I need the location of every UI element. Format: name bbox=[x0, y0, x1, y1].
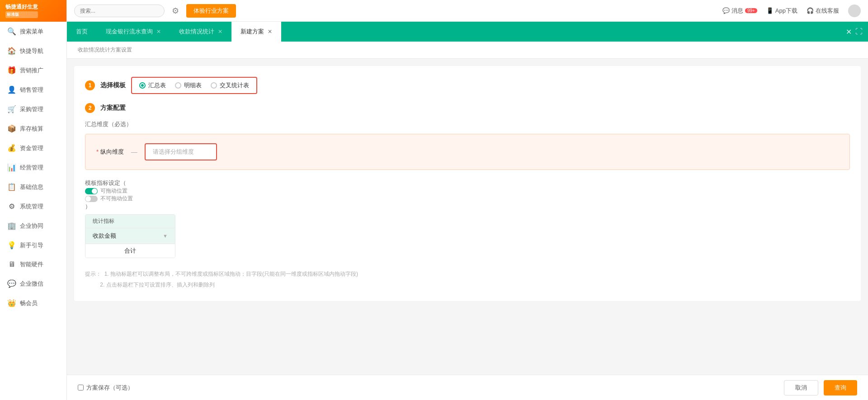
indicator-settings-header: 模板指标设定（ 可拖动位置 不可拖动位置 ） bbox=[85, 179, 850, 211]
radio-detail-dot bbox=[175, 82, 181, 89]
user-icon: 👤 bbox=[7, 85, 16, 94]
download-btn[interactable]: 📱 App下载 bbox=[766, 7, 797, 15]
tab-payment-stats-label: 收款情况统计 bbox=[179, 28, 214, 36]
indicator-amount-label: 收款金额 bbox=[93, 232, 116, 240]
tab-new-plan-label: 新建方案 bbox=[241, 28, 264, 36]
indicator-table: 统计指标 收款金额 ▼ 合计 bbox=[85, 214, 175, 258]
cancel-button[interactable]: 取消 bbox=[784, 380, 818, 395]
dimension-select[interactable]: 请选择分组维度 bbox=[145, 143, 217, 160]
tab-payment-stats[interactable]: 收款情况统计 ✕ bbox=[170, 22, 231, 42]
sidebar-item-label: 智能硬件 bbox=[20, 260, 43, 268]
draggable-label: 可拖动位置 bbox=[100, 187, 127, 195]
form-panel: 1 选择模板 汇总表 明细表 交叉统计表 bbox=[74, 66, 861, 301]
radio-summary[interactable]: 汇总表 bbox=[139, 81, 166, 89]
sidebar-item-label: 企业微信 bbox=[20, 280, 43, 288]
dimension-row: * 纵向维度 — 请选择分组维度 bbox=[96, 143, 839, 160]
sidebar-item-label: 销售管理 bbox=[20, 86, 43, 94]
message-label: 消息 bbox=[731, 7, 743, 15]
sidebar: 畅捷通好生意 标准版 🔍 搜索菜单 🏠 快捷导航 🎁 营销推广 👤 销售管理 🛒… bbox=[0, 0, 67, 400]
sidebar-item-search[interactable]: 🔍 搜索菜单 bbox=[0, 22, 66, 41]
download-label: App下载 bbox=[775, 7, 797, 15]
sidebar-item-purchase[interactable]: 🛒 采购管理 bbox=[0, 99, 66, 119]
support-icon: 🎧 bbox=[807, 7, 814, 14]
draggable-toggle[interactable] bbox=[85, 188, 98, 194]
non-draggable-toggle-label: 不可拖动位置 bbox=[85, 195, 133, 202]
tab-bank-flow[interactable]: 现金银行流水查询 ✕ bbox=[97, 22, 170, 42]
radio-detail[interactable]: 明细表 bbox=[175, 81, 202, 89]
dimension-area: * 纵向维度 — 请选择分组维度 bbox=[85, 134, 850, 170]
home-icon: 🏠 bbox=[7, 47, 16, 55]
chart-icon: 📊 bbox=[7, 163, 16, 172]
sidebar-item-inventory[interactable]: 📦 库存核算 bbox=[0, 119, 66, 138]
cart-icon: 🛒 bbox=[7, 105, 16, 113]
user-avatar[interactable] bbox=[848, 5, 861, 17]
tab-new-plan[interactable]: 新建方案 ✕ bbox=[231, 22, 281, 42]
app-logo: 畅捷通好生意 标准版 bbox=[0, 0, 66, 22]
sidebar-item-label: 基础信息 bbox=[20, 183, 43, 191]
step2-header: 2 方案配置 bbox=[85, 103, 850, 113]
step1-number: 1 bbox=[85, 80, 95, 90]
sidebar-item-quick-nav[interactable]: 🏠 快捷导航 bbox=[0, 41, 66, 61]
download-icon: 📱 bbox=[766, 7, 774, 14]
non-draggable-toggle[interactable] bbox=[85, 196, 98, 202]
support-label: 在线客服 bbox=[816, 7, 839, 15]
sidebar-item-operations[interactable]: 📊 经营管理 bbox=[0, 158, 66, 177]
search-input[interactable] bbox=[74, 5, 165, 17]
radio-summary-label: 汇总表 bbox=[148, 81, 166, 89]
industry-btn[interactable]: 体验行业方案 bbox=[186, 4, 236, 18]
tab-bank-flow-close[interactable]: ✕ bbox=[156, 28, 161, 35]
sidebar-item-marketing[interactable]: 🎁 营销推广 bbox=[0, 61, 66, 80]
radio-cross-label: 交叉统计表 bbox=[220, 81, 249, 89]
sidebar-item-label: 系统管理 bbox=[20, 202, 43, 211]
settings-icon[interactable]: ⚙ bbox=[172, 6, 179, 16]
step1-header: 1 选择模板 汇总表 明细表 交叉统计表 bbox=[85, 77, 850, 94]
query-button[interactable]: 查询 bbox=[824, 380, 857, 395]
clipboard-icon: 📋 bbox=[7, 183, 16, 191]
indicator-table-header: 统计指标 bbox=[85, 215, 175, 228]
template-radio-group: 汇总表 明细表 交叉统计表 bbox=[131, 77, 257, 94]
save-checkbox[interactable] bbox=[78, 385, 84, 391]
support-btn[interactable]: 🎧 在线客服 bbox=[807, 7, 839, 15]
gear-icon: ⚙ bbox=[7, 202, 16, 211]
bulb-icon: 💡 bbox=[7, 241, 16, 249]
sidebar-item-sales[interactable]: 👤 销售管理 bbox=[0, 80, 66, 99]
footer: 方案保存（可选） 取消 查询 bbox=[67, 375, 868, 400]
building-icon: 🏢 bbox=[7, 221, 16, 230]
tab-new-plan-close[interactable]: ✕ bbox=[268, 28, 272, 35]
message-btn[interactable]: 💬 消息 99+ bbox=[722, 7, 757, 15]
sidebar-item-label: 畅会员 bbox=[20, 299, 38, 307]
tab-payment-stats-close[interactable]: ✕ bbox=[218, 28, 222, 35]
chat-icon: 💬 bbox=[7, 279, 16, 288]
indicator-table-cell-amount[interactable]: 收款金额 ▼ bbox=[85, 228, 175, 244]
maximize-btn[interactable]: ⛶ bbox=[855, 28, 863, 36]
sidebar-item-wechat[interactable]: 💬 企业微信 bbox=[0, 274, 66, 293]
tab-home[interactable]: 首页 bbox=[67, 22, 97, 42]
sidebar-item-label: 经营管理 bbox=[20, 164, 43, 172]
step2-title: 方案配置 bbox=[100, 104, 126, 112]
draggable-toggle-label: 可拖动位置 bbox=[85, 187, 133, 195]
step1-section: 1 选择模板 汇总表 明细表 交叉统计表 bbox=[85, 77, 850, 94]
sidebar-item-hardware[interactable]: 🖥 智能硬件 bbox=[0, 255, 66, 274]
close-window-btn[interactable]: ✕ bbox=[846, 28, 852, 36]
sidebar-item-label: 企业协同 bbox=[20, 222, 43, 230]
tip-2: 2. 点击标题栏下拉可设置排序、插入列和删除列 bbox=[85, 279, 850, 290]
sidebar-item-system[interactable]: ⚙ 系统管理 bbox=[0, 197, 66, 216]
sidebar-item-vip[interactable]: 👑 畅会员 bbox=[0, 293, 66, 313]
sidebar-item-label: 快捷导航 bbox=[20, 47, 43, 55]
tabbar-actions: ✕ ⛶ bbox=[846, 28, 868, 36]
app-name: 畅捷通好生意 bbox=[5, 4, 38, 10]
chevron-down-icon: ▼ bbox=[163, 233, 168, 239]
app-badge: 标准版 bbox=[5, 11, 38, 18]
tip-1: 提示： 1. 拖动标题栏可以调整布局，不可跨维度或指标区域拖动；目字段(只能在同… bbox=[85, 268, 850, 279]
box-icon: 📦 bbox=[7, 124, 16, 133]
sidebar-item-enterprise[interactable]: 🏢 企业协同 bbox=[0, 216, 66, 235]
radio-cross[interactable]: 交叉统计表 bbox=[211, 81, 249, 89]
main-area: ⚙ 体验行业方案 💬 消息 99+ 📱 App下载 🎧 在线客服 首页 现金银行… bbox=[67, 0, 868, 400]
sidebar-item-basic-info[interactable]: 📋 基础信息 bbox=[0, 177, 66, 197]
sidebar-item-guide[interactable]: 💡 新手引导 bbox=[0, 235, 66, 255]
save-checkbox-label: 方案保存（可选） bbox=[86, 384, 133, 392]
sidebar-item-finance[interactable]: 💰 资金管理 bbox=[0, 138, 66, 158]
topbar-right: 💬 消息 99+ 📱 App下载 🎧 在线客服 bbox=[722, 5, 861, 17]
sidebar-item-label: 营销推广 bbox=[20, 66, 43, 75]
indicator-table-row-total: 合计 bbox=[85, 244, 175, 258]
